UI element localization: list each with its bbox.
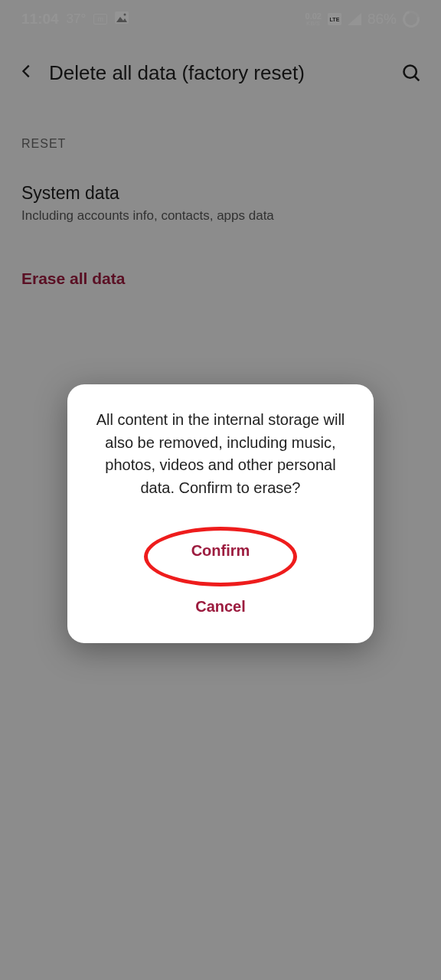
confirm-button[interactable]: Confirm [87, 534, 354, 567]
confirm-dialog: All content in the internal storage will… [67, 384, 374, 643]
cancel-button[interactable]: Cancel [87, 590, 354, 623]
modal-overlay: All content in the internal storage will… [0, 0, 441, 980]
dialog-message: All content in the internal storage will… [87, 409, 354, 499]
